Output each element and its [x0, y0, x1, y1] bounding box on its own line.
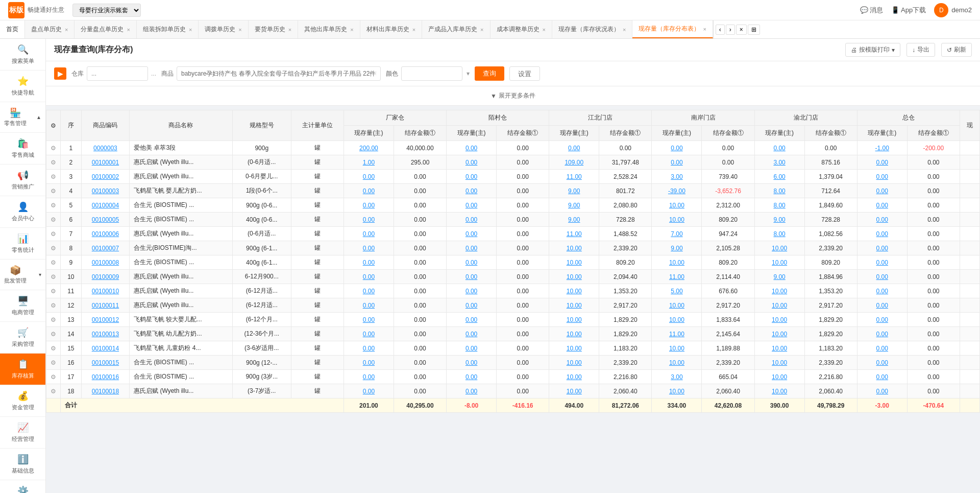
tab-stock-status-close[interactable]: × — [623, 27, 626, 33]
row-no: 12 — [61, 298, 82, 313]
refresh-btn[interactable]: ↺ 刷新 — [941, 43, 972, 57]
col-mocun-stock-header: 现存量(主) — [447, 126, 497, 141]
row-jiangbei-amount: 2,339.20 — [599, 356, 652, 370]
tab-transfer-close[interactable]: × — [238, 27, 241, 33]
row-nanan-stock: 9.00 — [652, 241, 702, 255]
tab-transfer-history[interactable]: 调拨单历史 × — [199, 20, 248, 38]
row-mocun-stock: 0.00 — [447, 198, 497, 213]
product-input[interactable] — [177, 66, 381, 81]
table-row: ⚙ 4 00100003 飞鹤星飞帆 婴儿配方奶... 1段(0-6个... 罐… — [46, 184, 980, 198]
sidebar-ecommerce-label: 电商管理 — [12, 309, 34, 316]
row-factory-amount: 0.00 — [394, 227, 446, 241]
row-factory-stock: 0.00 — [344, 370, 394, 384]
sidebar-item-retail-stats[interactable]: 📊 零售统计 — [0, 228, 45, 260]
sidebar-item-member-center[interactable]: 👤 会员中心 — [0, 196, 45, 228]
settings-filter-btn[interactable]: 设置 — [509, 66, 540, 81]
row-nanan-amount: 2,917.20 — [702, 298, 754, 313]
sidebar-finance-label: 资金管理 — [12, 404, 34, 411]
row-total-stock: 0.00 — [857, 227, 907, 241]
sidebar-item-retail-store[interactable]: 🛍️ 零售商城 — [0, 133, 45, 165]
tab-require-close[interactable]: × — [288, 27, 291, 33]
row-code: 00100013 — [81, 327, 129, 341]
row-jiangbei-amount: 31,797.48 — [599, 155, 652, 170]
row-code: 00100007 — [81, 241, 129, 255]
sidebar-item-finance[interactable]: 💰 资金管理 — [0, 385, 45, 417]
tab-require-history[interactable]: 要货单历史 × — [249, 20, 298, 38]
tab-material-out-history[interactable]: 材料出库单历史 × — [360, 20, 422, 38]
summary-factory-stock: 201.00 — [344, 398, 394, 413]
tab-combine-history[interactable]: 组装拆卸单历史 × — [137, 20, 199, 38]
sidebar-item-ecommerce[interactable]: 🖥️ 电商管理 — [0, 290, 45, 322]
tab-count-history-close[interactable]: × — [65, 27, 68, 33]
query-btn[interactable]: 查询 — [475, 66, 504, 81]
app-download-btn[interactable]: 📱 App下载 — [891, 6, 926, 15]
row-nanan-stock: 3.00 — [652, 170, 702, 184]
row-yubei-amount: 728.28 — [804, 213, 857, 227]
tab-count-history[interactable]: 盘点单历史 × — [25, 20, 75, 38]
row-mocun-amount: 0.00 — [497, 270, 549, 284]
summary-nanan-amount: 42,620.08 — [702, 398, 754, 413]
table-row: ⚙ 16 00100015 合生元 (BIOSTIME) ... 900g (1… — [46, 356, 980, 370]
tab-split-count-close[interactable]: × — [127, 27, 130, 33]
row-code: 00100008 — [81, 255, 129, 270]
sidebar-item-shortcut[interactable]: ⭐ 快捷导航 — [0, 71, 45, 102]
col-settings-header[interactable]: ⚙ — [46, 110, 61, 141]
row-jiangbei-amount: 2,528.24 — [599, 170, 652, 184]
tab-home[interactable]: 首页 — [0, 20, 25, 38]
tab-cost-adjust-history[interactable]: 成本调整单历史 × — [491, 20, 552, 38]
row-nanan-stock: 3.00 — [652, 370, 702, 384]
tabs-expand-btn[interactable]: ⊞ — [748, 25, 760, 35]
sidebar-retail-label: 零售管理 — [4, 120, 27, 127]
row-mocun-amount: 0.00 — [497, 227, 549, 241]
sidebar-item-wholesale-mgmt[interactable]: 📦 批发管理 ▾ — [0, 260, 45, 290]
sidebar-item-stock-check[interactable]: 📋 库存核算 — [0, 354, 45, 385]
sidebar-item-search[interactable]: 🔍 搜索英单 — [0, 39, 45, 71]
row-extra — [960, 155, 980, 170]
table-row: ⚙ 13 00100012 飞鹤星飞帆 较大婴儿配... (6-12个月... … — [46, 313, 980, 327]
row-nanan-amount: 2,312.00 — [702, 198, 754, 213]
tab-other-out-close[interactable]: × — [350, 27, 353, 33]
tabs-prev-btn[interactable]: ‹ — [716, 25, 725, 35]
tab-cost-adjust-close[interactable]: × — [543, 27, 546, 33]
sidebar-item-marketing[interactable]: 📢 营销推广 — [0, 165, 45, 196]
industry-selector[interactable]: 母婴行业演示账套 — [72, 4, 141, 17]
color-input[interactable] — [401, 66, 462, 81]
tab-material-out-close[interactable]: × — [412, 27, 415, 33]
filter-toggle-btn[interactable]: ▶ — [54, 67, 66, 80]
tab-stock-status[interactable]: 现存量（库存状况表） × — [552, 20, 632, 38]
search-icon: 🔍 — [17, 44, 29, 55]
sidebar-item-operations[interactable]: 📈 经营管理 — [0, 417, 45, 449]
message-btn[interactable]: 💬 消息 — [860, 6, 884, 15]
expand-more-btn[interactable]: ▼ 展开更多条件 — [488, 89, 537, 102]
tab-product-in-history[interactable]: 产成品入库单历史 × — [422, 20, 490, 38]
tab-stock-distribution[interactable]: 现存量（库存分布表） × — [632, 20, 713, 38]
tabs-next-btn[interactable]: › — [726, 25, 735, 35]
print-btn[interactable]: 🖨 按模版打印 ▾ — [845, 43, 900, 57]
tab-split-count-history[interactable]: 分量盘点单历史 × — [75, 20, 136, 38]
tab-stock-dist-close[interactable]: × — [703, 26, 706, 32]
tab-count-history-label: 盘点单历史 — [31, 25, 62, 34]
user-area[interactable]: D demo2 — [934, 3, 972, 17]
sidebar-item-purchase[interactable]: 🛒 采购管理 — [0, 322, 45, 354]
tabs-close-all-btn[interactable]: × — [736, 25, 747, 35]
sidebar-item-system[interactable]: ⚙️ 系统管理 — [0, 480, 45, 493]
tabs-navigation: ‹ › × ⊞ — [713, 20, 762, 38]
row-settings: ⚙ — [46, 284, 61, 298]
row-unit: 罐 — [291, 284, 344, 298]
row-total-amount: 0.00 — [907, 198, 960, 213]
row-mocun-amount: 0.00 — [497, 356, 549, 370]
sidebar-item-retail-mgmt[interactable]: 🏪 零售管理 ▲ — [0, 102, 45, 133]
tab-combine-close[interactable]: × — [189, 27, 192, 33]
table-container[interactable]: ⚙ 序 商品编码 商品名称 规格型号 主计量单位 厂家仓 陌村仓 江北门店 南岸… — [46, 106, 980, 493]
row-unit: 罐 — [291, 341, 344, 356]
warehouse-input[interactable] — [87, 66, 148, 81]
row-name: 爱他美 卓萃3段 — [130, 141, 233, 155]
table-row: ⚙ 10 00100009 惠氏启赋 (Wyeth illu... 6-12月9… — [46, 270, 980, 284]
tab-product-in-close[interactable]: × — [480, 27, 483, 33]
purchase-icon: 🛒 — [17, 327, 29, 338]
row-factory-stock: 0.00 — [344, 284, 394, 298]
tab-other-out-history[interactable]: 其他出库单历史 × — [298, 20, 360, 38]
row-settings: ⚙ — [46, 370, 61, 384]
export-btn[interactable]: ↓ 导出 — [906, 43, 935, 57]
sidebar-item-basic-info[interactable]: ℹ️ 基础信息 — [0, 449, 45, 480]
